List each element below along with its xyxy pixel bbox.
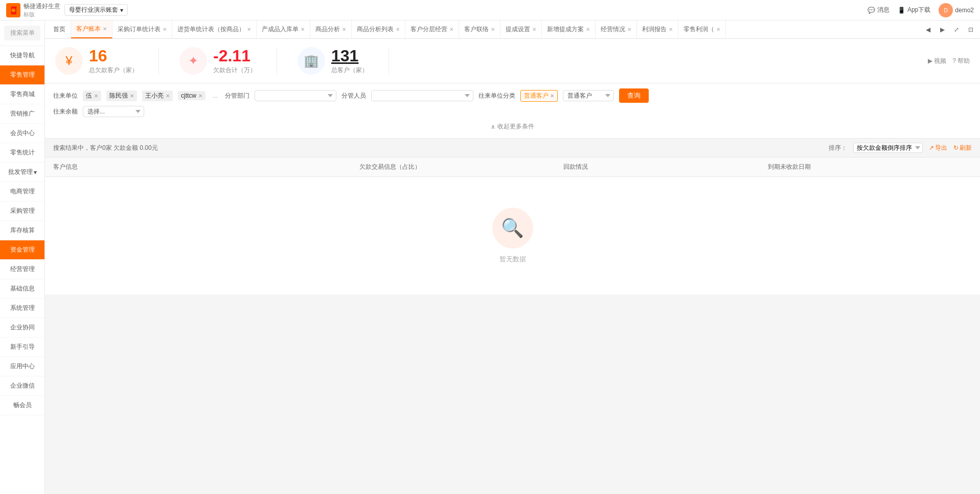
tab-promotion-settings[interactable]: 提成设置 ✕ (500, 20, 542, 38)
tab-profit-report[interactable]: 利润报告 ✕ (637, 20, 678, 38)
message-action[interactable]: 💬 消息 (868, 6, 890, 14)
remainder-filter-label: 往来余额 (53, 107, 78, 116)
sidebar-search-button[interactable]: 搜索菜单 (4, 26, 40, 40)
tab-purchase-order-stats[interactable]: 采购订单统计表 ✕ (112, 20, 172, 38)
tab-new-promotion-label: 新增提成方案 (547, 25, 584, 34)
sidebar-item-app-center[interactable]: 应用中心 (0, 357, 44, 376)
video-link[interactable]: ▶ 视频 (928, 57, 946, 65)
dept-filter-select[interactable] (255, 90, 336, 101)
filter-more-button[interactable]: ... (211, 91, 220, 100)
filter-tag-3-close[interactable]: ✕ (198, 93, 202, 99)
tab-new-promotion-close[interactable]: ✕ (586, 27, 590, 32)
tab-product-analysis-list-close[interactable]: ✕ (396, 27, 400, 32)
tab-customer-tier-close[interactable]: ✕ (449, 27, 453, 32)
person-filter-select[interactable] (371, 90, 473, 101)
sort-select[interactable]: 按欠款金额倒序排序 (853, 143, 923, 153)
tab-customer-account[interactable]: 客户账本 ✕ (71, 20, 112, 38)
app-download-action[interactable]: 📱 App下载 (898, 6, 930, 14)
sidebar-item-ecommerce-mgmt[interactable]: 电商管理 (0, 182, 44, 201)
app-center-label: 应用中心 (10, 363, 35, 370)
tab-customer-tier[interactable]: 客户分层经营 ✕ (405, 20, 459, 38)
unit-type-select[interactable]: 普通客户 (563, 90, 614, 101)
app-subtitle: 标版 (24, 11, 60, 18)
tab-promotion-settings-close[interactable]: ✕ (532, 27, 536, 32)
sidebar-item-member-center[interactable]: 会员中心 (0, 124, 44, 143)
sidebar-item-purchase-mgmt[interactable]: 采购管理 (0, 201, 44, 221)
sidebar-item-system-mgmt[interactable]: 系统管理 (0, 299, 44, 318)
account-selector[interactable]: 母婴行业演示账套 ▾ (64, 4, 128, 16)
tab-customer-contact[interactable]: 客户联络 ✕ (459, 20, 500, 38)
tab-next-button[interactable]: ▶ (936, 24, 948, 36)
sidebar-item-member[interactable]: 畅会员 (0, 396, 44, 415)
total-stat-text: 131 总客户（家） (331, 48, 368, 75)
tab-purchase-order-close[interactable]: ✕ (163, 27, 167, 32)
unit-type-label: 往来单位分类 (478, 92, 515, 100)
tab-retail-profit[interactable]: 零售利润（ ✕ (678, 20, 726, 38)
filter-tag-0: 伍 ✕ (83, 91, 101, 101)
unit-type-tag-close[interactable]: ✕ (550, 93, 554, 99)
filter-tag-3-text: cjttcw (181, 92, 196, 99)
user-name: demo2 (955, 7, 974, 14)
sidebar-item-enterprise-coop[interactable]: 企业协同 (0, 318, 44, 338)
marketing-label: 营销推广 (10, 110, 35, 117)
empty-icon: 🔍 (492, 208, 533, 249)
inventory-check-label: 库存核算 (10, 227, 35, 234)
sidebar-item-new-guide[interactable]: 新手引导 (0, 338, 44, 357)
query-button[interactable]: 查询 (619, 88, 649, 103)
total-customers-label: 总欠款客户（家） (89, 66, 138, 75)
tab-product-analysis-list[interactable]: 商品分析列表 ✕ (352, 20, 405, 38)
remainder-filter-select[interactable]: 选择... (83, 106, 144, 117)
message-label: 消息 (877, 6, 890, 14)
tab-product-inbound-close[interactable]: ✕ (301, 27, 305, 32)
stat-block-customers: ¥ 16 总欠款客户（家） (55, 47, 159, 75)
sidebar-item-retail-mall[interactable]: 零售商城 (0, 85, 44, 104)
tab-product-analysis-close[interactable]: ✕ (342, 27, 346, 32)
tab-business-status-close[interactable]: ✕ (627, 27, 631, 32)
tab-customer-account-close[interactable]: ✕ (103, 26, 107, 32)
sidebar-item-wholesale-mgmt[interactable]: 批发管理 ▾ (0, 163, 44, 182)
tab-expand-button[interactable]: ⤢ (950, 24, 963, 36)
sidebar-item-operation-mgmt[interactable]: 经营管理 (0, 260, 44, 279)
total-customers2-label: 总客户（家） (331, 66, 368, 75)
tab-business-status[interactable]: 经营情况 ✕ (596, 20, 637, 38)
tab-fullscreen-button[interactable]: ⊡ (965, 24, 977, 36)
sidebar-item-retail-mgmt[interactable]: 零售管理 (0, 65, 44, 85)
tab-home[interactable]: 首页 (48, 20, 71, 38)
tab-product-analysis[interactable]: 商品分析 ✕ (310, 20, 352, 38)
sidebar-item-quick-nav[interactable]: 快捷导航 (0, 46, 44, 65)
tab-prev-button[interactable]: ◀ (922, 24, 934, 36)
sidebar-item-basic-info[interactable]: 基础信息 (0, 279, 44, 299)
tab-customer-contact-close[interactable]: ✕ (491, 27, 495, 32)
tab-home-label: 首页 (53, 25, 65, 34)
filter-tag-3: cjttcw ✕ (178, 91, 206, 100)
help-label: 帮助 (958, 57, 970, 65)
customer-stat-icon: ¥ (55, 47, 83, 75)
tab-product-inbound[interactable]: 产成品入库单 ✕ (257, 20, 310, 38)
sidebar-item-finance-mgmt[interactable]: 资金管理 (0, 240, 44, 260)
message-icon: 💬 (868, 7, 875, 14)
help-link[interactable]: ? 帮助 (952, 57, 970, 65)
tab-retail-profit-close[interactable]: ✕ (716, 27, 720, 32)
data-table: 客户信息 欠款交易信息（占比） 回款情况 到期未收款日期 🔍 暂无数据 (45, 158, 980, 295)
sidebar-item-inventory-check[interactable]: 库存核算 (0, 221, 44, 240)
total-stat-icon: 🏢 (298, 47, 325, 75)
col-debt-info: 欠款交易信息（占比） (359, 163, 563, 171)
filter-tag-1-text: 陈民强 (109, 92, 128, 100)
user-action[interactable]: D demo2 (939, 3, 974, 17)
export-button[interactable]: ↗ 导出 (929, 144, 947, 152)
filter-tag-2-close[interactable]: ✕ (166, 93, 170, 99)
filter-tag-2: 王小亮 ✕ (142, 91, 173, 101)
tab-new-promotion[interactable]: 新增提成方案 ✕ (542, 20, 596, 38)
collapse-button[interactable]: ∧ 收起更多条件 (53, 120, 972, 133)
sidebar-item-enterprise-wechat[interactable]: 企业微信 (0, 376, 44, 396)
tab-profit-report-close[interactable]: ✕ (669, 27, 673, 32)
refresh-button[interactable]: ↻ 刷新 (953, 144, 972, 152)
tab-retail-profit-label: 零售利润（ (683, 25, 714, 34)
sidebar-item-marketing[interactable]: 营销推广 (0, 104, 44, 124)
filter-tag-0-close[interactable]: ✕ (94, 93, 98, 99)
tab-purchase-inbound-close[interactable]: ✕ (247, 27, 251, 32)
filter-tag-1-close[interactable]: ✕ (130, 93, 134, 99)
tab-purchase-inbound-stats[interactable]: 进货单统计表（按商品） ✕ (172, 20, 257, 38)
sidebar-item-retail-stats[interactable]: 零售统计 (0, 143, 44, 163)
top-bar-right: 💬 消息 📱 App下载 D demo2 (868, 3, 974, 17)
